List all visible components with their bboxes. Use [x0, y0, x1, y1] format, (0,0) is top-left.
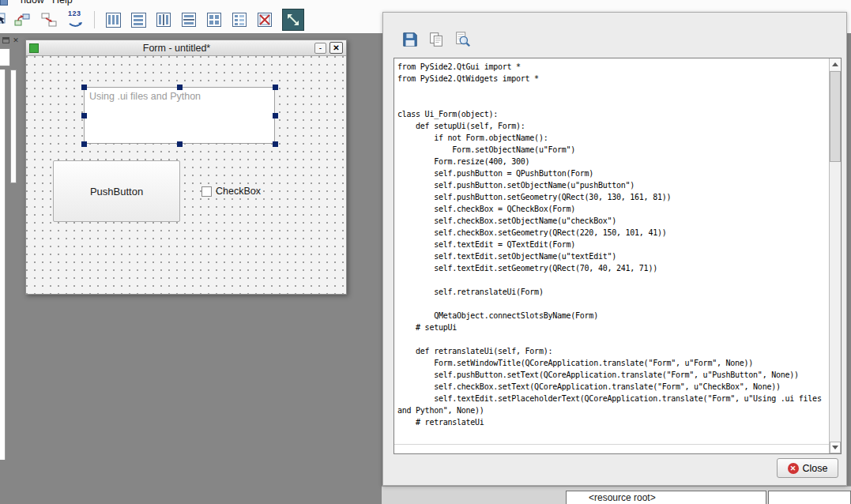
dock-close-button[interactable]: ✕ [11, 36, 21, 45]
edit-tab-order-button[interactable]: 123 [65, 9, 87, 31]
layout-splitter-horizontal-icon [155, 11, 172, 28]
selection-handle-bottom-right[interactable] [273, 141, 278, 147]
tab-order-123-icon: 123 [68, 9, 81, 17]
adjust-size-icon [284, 11, 302, 28]
layout-horizontal-button[interactable] [102, 9, 124, 31]
adjust-size-button[interactable] [282, 9, 304, 31]
layout-horizontal-icon [106, 13, 121, 28]
arrow-up-icon [832, 62, 838, 66]
edit-widgets-button[interactable] [0, 9, 11, 31]
code-vertical-scrollbar[interactable] [829, 58, 841, 453]
edit-buddies-button[interactable] [38, 9, 60, 31]
selection-handle-top-middle[interactable] [177, 85, 183, 90]
float-icon [2, 37, 9, 43]
form-canvas[interactable]: Using .ui files and Python PushButton Ch… [26, 56, 346, 294]
selection-handle-middle-left[interactable] [81, 113, 87, 118]
edit-signals-slots-button[interactable] [11, 9, 33, 31]
close-button-label: Close [803, 463, 828, 474]
form-designer-window: Form - untitled* - ✕ Using .ui files and… [25, 39, 347, 295]
layout-grid-icon [205, 11, 223, 28]
widgetbox-filter-fragment[interactable] [0, 48, 10, 66]
toolbar-separator [94, 11, 95, 28]
layout-vertical-icon [131, 13, 146, 28]
layout-form-button[interactable] [228, 9, 250, 31]
selection-handle-middle-right[interactable] [273, 113, 278, 118]
layout-vertical-button[interactable] [127, 9, 149, 31]
form-minimize-button[interactable]: - [314, 43, 326, 54]
close-button[interactable]: ✕ Close [777, 458, 838, 478]
checkbox-widget[interactable]: CheckBox [201, 182, 281, 200]
checkbox-indicator-icon[interactable] [201, 186, 212, 197]
scrollbar-thumb[interactable] [830, 71, 841, 162]
break-layout-button[interactable] [254, 9, 276, 31]
find-icon [454, 31, 471, 48]
selection-handle-bottom-left[interactable] [81, 141, 87, 147]
edit-signals-slots-icon [13, 11, 31, 28]
find-button[interactable] [451, 28, 473, 51]
widgetbox-panel-fragment [0, 70, 6, 460]
selection-handle-top-left[interactable] [81, 85, 87, 90]
dock-float-button[interactable] [1, 36, 10, 45]
resource-tree-fragment[interactable]: <resource root> [566, 491, 766, 504]
app-icon [0, 0, 8, 6]
save-icon [401, 31, 419, 48]
textedit-widget[interactable]: Using .ui files and Python [84, 87, 275, 144]
layout-splitter-vertical-icon [180, 11, 198, 28]
generated-code-text[interactable]: from PySide2.QtGui import * from PySide2… [394, 58, 829, 453]
menubar: ndow Help [0, 0, 851, 7]
scroll-down-button[interactable] [830, 442, 841, 453]
layout-splitter-horizontal-button[interactable] [153, 9, 175, 31]
layout-grid-button[interactable] [203, 9, 225, 31]
bottom-window-fragment: <resource root> [382, 486, 851, 504]
close-icon: ✕ [13, 36, 19, 44]
close-circle-icon: ✕ [788, 463, 799, 474]
edit-widgets-icon [0, 11, 9, 28]
layout-splitter-vertical-button[interactable] [178, 9, 200, 31]
copy-button[interactable] [425, 28, 447, 51]
layout-form-icon [231, 11, 248, 28]
checkbox-label: CheckBox [216, 186, 261, 197]
edit-buddies-icon [40, 11, 58, 28]
copy-icon [427, 31, 445, 48]
arrow-down-icon [832, 446, 838, 449]
form-window-icon [29, 43, 39, 53]
widgetbox-scrollbar-fragment[interactable] [10, 70, 17, 183]
panel-fragment [768, 491, 851, 504]
pushbutton-widget[interactable]: PushButton [53, 160, 180, 222]
save-button[interactable] [399, 28, 421, 51]
form-window-title: Form - untitled* [42, 43, 311, 54]
code-editor-bottom-strip [394, 444, 829, 453]
form-window-titlebar[interactable]: Form - untitled* - ✕ [26, 40, 346, 56]
scroll-up-button[interactable] [830, 58, 841, 70]
selection-handle-bottom-middle[interactable] [177, 141, 183, 147]
resource-root-item[interactable]: <resource root> [589, 492, 656, 503]
form-close-button[interactable]: ✕ [329, 42, 343, 54]
textedit-placeholder: Using .ui files and Python [89, 91, 201, 102]
break-layout-icon [256, 11, 273, 28]
menu-window[interactable]: ndow [21, 0, 44, 6]
menu-help[interactable]: Help [52, 0, 73, 6]
code-editor: from PySide2.QtGui import * from PySide2… [393, 58, 842, 454]
code-preview-dialog: from PySide2.QtGui import * from PySide2… [382, 12, 847, 486]
selection-handle-top-right[interactable] [273, 85, 278, 90]
